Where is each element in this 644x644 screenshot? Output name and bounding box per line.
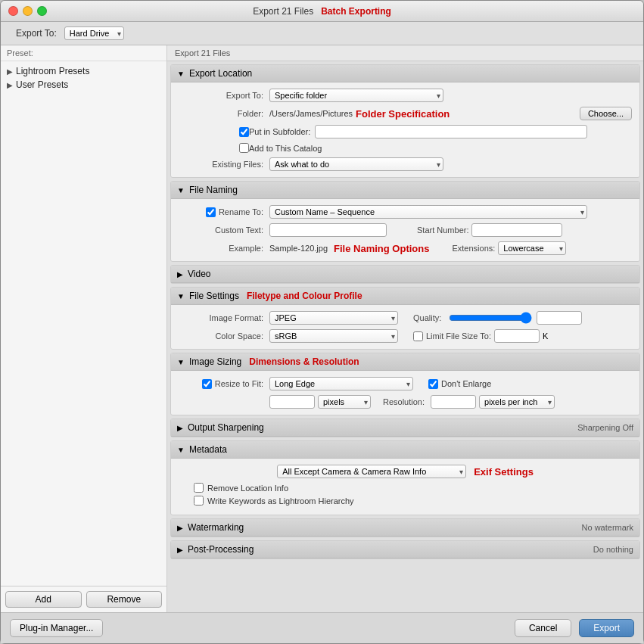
resolution-unit-select-wrap[interactable]: pixels per inch (479, 395, 555, 409)
export-location-section: ▼ Export Location Export To: Specific fo… (170, 64, 640, 178)
limit-size-input[interactable]: 100 (494, 329, 540, 343)
export-location-header[interactable]: ▼ Export Location (171, 65, 639, 82)
plugin-manager-button[interactable]: Plug-in Manager... (10, 619, 103, 637)
file-naming-section: ▼ File Naming Rename To: Cu (170, 181, 640, 262)
metadata-section: ▼ Metadata All Except Camera & Camera Ra… (170, 440, 640, 515)
resize-row: Resize to Fit: Long Edge Don't Enlarge (179, 377, 632, 390)
export-to-select-wrap[interactable]: Hard Drive (64, 26, 124, 40)
sidebar-item-lightroom-presets[interactable]: ▶ Lightroom Presets (1, 64, 166, 78)
image-sizing-header[interactable]: ▼ Image Sizing Dimensions & Resolution (171, 353, 639, 371)
export-to-label: Export To: (16, 28, 57, 39)
traffic-lights (8, 6, 47, 16)
sidebar-item-user-presets[interactable]: ▶ User Presets (1, 78, 166, 92)
remove-location-checkbox[interactable] (194, 483, 204, 493)
extensions-select[interactable]: Lowercase (498, 241, 566, 255)
color-space-select[interactable]: sRGB (269, 329, 398, 343)
section-arrow-icon: ▼ (177, 186, 185, 194)
existing-files-select[interactable]: Ask what to do (269, 157, 443, 171)
post-processing-header[interactable]: ▶ Post-Processing Do nothing (171, 541, 639, 558)
rename-select-wrap[interactable]: Custom Name – Sequence (269, 205, 587, 219)
sections-area: ▼ Export Location Export To: Specific fo… (167, 61, 643, 612)
section-title: Watermarking (188, 522, 244, 533)
section-arrow-icon: ▶ (177, 524, 183, 532)
add-catalog-row: Add to This Catalog (239, 143, 632, 153)
size-input[interactable]: 900 (269, 395, 315, 409)
resolution-input[interactable]: 72 (431, 395, 476, 409)
bottom-bar: Plug-in Manager... Cancel Export (1, 612, 643, 643)
section-arrow-icon: ▼ (177, 358, 185, 366)
subfolder-input[interactable]: Example (315, 125, 587, 138)
folder-annotation: Folder Specification (356, 108, 450, 120)
write-keywords-checkbox[interactable] (194, 496, 204, 506)
choose-button[interactable]: Choose... (580, 107, 632, 120)
size-resolution-row: 900 pixels Resolution: 72 pixels per inc (179, 395, 632, 409)
export-to-field-select[interactable]: Specific folder (269, 89, 443, 102)
output-sharpening-header[interactable]: ▶ Output Sharpening Sharpening Off (171, 419, 639, 437)
size-unit-select-wrap[interactable]: pixels (318, 395, 371, 409)
resize-select-wrap[interactable]: Long Edge (269, 377, 413, 390)
resize-checkbox[interactable] (202, 379, 212, 389)
quality-label: Quality: (413, 313, 441, 322)
cancel-button[interactable]: Cancel (515, 619, 571, 637)
file-naming-body: Rename To: Custom Name – Sequence Custom… (171, 199, 639, 261)
resize-select[interactable]: Long Edge (269, 377, 413, 390)
image-format-select-wrap[interactable]: JPEG (269, 311, 398, 325)
export-to-field-label: Export To: (179, 91, 269, 100)
close-button[interactable] (8, 6, 18, 16)
video-section: ▶ Video (170, 265, 640, 284)
main-window: Export 21 Files Batch Exporting Export T… (0, 0, 644, 644)
export-button[interactable]: Export (579, 619, 634, 637)
file-naming-header[interactable]: ▼ File Naming (171, 182, 639, 199)
rename-row: Rename To: Custom Name – Sequence (179, 205, 632, 219)
dont-enlarge-checkbox[interactable] (428, 379, 438, 389)
metadata-select-wrap[interactable]: All Except Camera & Camera Raw Info (277, 465, 466, 478)
color-space-select-wrap[interactable]: sRGB (269, 329, 398, 343)
resize-label: Resize to Fit: (215, 379, 263, 388)
section-title: Post-Processing (188, 544, 254, 555)
post-processing-section: ▶ Post-Processing Do nothing (170, 540, 640, 559)
image-sizing-annotation: Dimensions & Resolution (249, 356, 359, 367)
preset-label: Preset: (7, 48, 33, 58)
metadata-header[interactable]: ▼ Metadata (171, 441, 639, 459)
add-preset-button[interactable]: Add (5, 591, 82, 608)
file-settings-section: ▼ File Settings Filetype and Colour Prof… (170, 287, 640, 350)
resolution-unit-select[interactable]: pixels per inch (479, 395, 555, 409)
limit-size-label: Limit File Size To: (426, 331, 491, 341)
custom-text-label: Custom Text: (179, 226, 269, 235)
image-format-select[interactable]: JPEG (269, 311, 398, 325)
file-settings-header[interactable]: ▼ File Settings Filetype and Colour Prof… (171, 288, 639, 305)
export-to-select[interactable]: Hard Drive (64, 26, 124, 40)
custom-text-input[interactable]: Sample (269, 223, 387, 237)
remove-preset-button[interactable]: Remove (86, 591, 163, 608)
extensions-select-wrap[interactable]: Lowercase (498, 241, 566, 255)
section-arrow-icon: ▼ (177, 446, 185, 454)
export-to-field-select-wrap[interactable]: Specific folder (269, 89, 443, 102)
watermarking-header[interactable]: ▶ Watermarking No watermark (171, 519, 639, 537)
metadata-select[interactable]: All Except Camera & Camera Raw Info (277, 465, 466, 478)
sharpening-status: Sharpening Off (577, 423, 633, 432)
output-sharpening-section: ▶ Output Sharpening Sharpening Off (170, 418, 640, 437)
rename-select[interactable]: Custom Name – Sequence (269, 205, 587, 219)
maximize-button[interactable] (37, 6, 47, 16)
rename-checkbox[interactable] (206, 207, 216, 217)
section-arrow-icon: ▶ (177, 546, 183, 554)
export-location-body: Export To: Specific folder Folder: /User… (171, 82, 639, 177)
start-number-input[interactable]: 120 (471, 223, 562, 237)
existing-files-select-wrap[interactable]: Ask what to do (269, 157, 443, 171)
start-number-label: Start Number: (417, 226, 468, 235)
size-unit-select[interactable]: pixels (318, 395, 371, 409)
image-sizing-section: ▼ Image Sizing Dimensions & Resolution R… (170, 353, 640, 415)
put-subfolder-checkbox[interactable] (239, 127, 249, 137)
quality-input[interactable]: 100 (537, 311, 582, 325)
quality-slider[interactable] (449, 312, 532, 324)
add-catalog-checkbox[interactable] (239, 143, 249, 153)
video-header[interactable]: ▶ Video (171, 266, 639, 283)
limit-size-checkbox[interactable] (413, 331, 423, 341)
file-settings-body: Image Format: JPEG Quality: 100 (171, 305, 639, 349)
example-value: Sample-120.jpg (269, 244, 328, 253)
extensions-label: Extensions: (452, 244, 495, 253)
sidebar-item-label: User Presets (16, 79, 68, 90)
remove-location-label: Remove Location Info (207, 484, 288, 493)
section-arrow-icon: ▶ (177, 270, 183, 278)
minimize-button[interactable] (23, 6, 33, 16)
